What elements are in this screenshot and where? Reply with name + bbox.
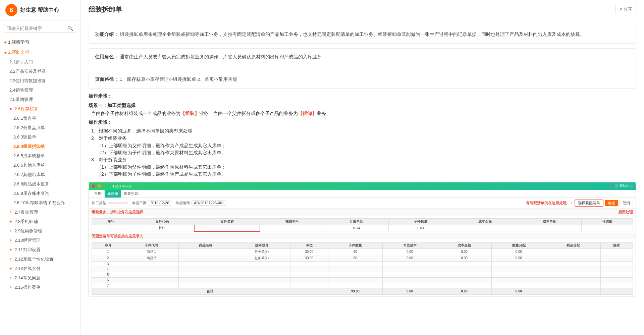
sc-nav-new: 新建单 (105, 190, 121, 198)
step2: 2、对于组装业务 (91, 135, 636, 142)
sc-date-field: 2019-12-26 (148, 200, 171, 206)
sc-th-unit-cost: 成本单价 (517, 218, 582, 225)
page-title: 组装拆卸单 (89, 5, 122, 14)
role-block: 使用角色： 通常由生产人员或库管人员完成拆装业务的操作，库管人员确认原材料的出库… (89, 48, 636, 66)
intro-text: 组装拆卸单用来处理企业组装或拆卸等加工业务，支持有固定装配清单的产品加工业务，也… (120, 32, 585, 37)
main-content: 功能介绍： 组装拆卸单用来处理企业组装或拆卸等加工业务，支持有固定装配清单的产品… (80, 19, 644, 335)
sc-select-list-btn[interactable]: 选择装配清单 (575, 200, 603, 207)
screenshot-fields: 加工类型 单据日期 2019-12-26 单据编号 AD-20191226-00… (89, 198, 636, 209)
scenario1-steps-title: 操作步骤： (89, 119, 636, 125)
sidebar-item-data-prep[interactable]: 2.3使用前数据准备 (0, 76, 80, 86)
sc-type-field (108, 202, 128, 204)
sc-nav-assembly: 组装拆卸 (121, 190, 141, 198)
annotation-enable: 启用处理 (618, 210, 633, 215)
steps-label: 操作步骤： (89, 93, 636, 99)
sc-th-parent-code: 父件代码 (130, 218, 194, 225)
search-icon[interactable]: 🔍 (67, 25, 73, 31)
sc-type-label: 加工类型 (92, 201, 106, 206)
step2-2: （2）下部明细为子件明细，最终作为原材料生成其它出库单。 (97, 150, 636, 156)
sidebar-item-sales[interactable]: 2.4销售管理 (0, 86, 80, 95)
sidebar-item-inventory[interactable]: ● 2.6库存核算 (0, 104, 80, 114)
screenshot-annotation-row: 组装业务、拆卸业务在这里选择 启用处理 (89, 209, 636, 216)
sc-bottom-row-7: 7 (92, 283, 633, 288)
sidebar-item-customize[interactable]: + 2.12系统个性化设置 (0, 255, 80, 264)
sidebar-item-purchase[interactable]: 2.5采购管理 (0, 95, 80, 104)
sc-order-field: AD-20191226-001 (192, 200, 226, 206)
sc-bottom-row-2: 2 商品 2 任务单(+) 30.00 60 0.00 0.00 0.00 (92, 255, 633, 261)
sc-th-adjustable: 可调量 (582, 218, 633, 225)
sidebar-item-stocktake[interactable]: 2.6.1盘点单 (0, 114, 80, 123)
sc-bottom-row-4: 4 (92, 267, 633, 272)
screenshot-nav-icons: 📍 ⚙️ 帮助中心 (609, 184, 633, 188)
screenshot-nav: 自购 新建单 组装拆卸 (89, 190, 636, 198)
sidebar-item-cases[interactable]: + 2.15操作案例 (0, 283, 80, 292)
sidebar-item-operation[interactable]: + 2.10经营管理 (0, 236, 80, 245)
screenshot-top-table: 序号 父件代码 父件名称 规格型号 计量单位 子件数量 成本金额 成本单价 可调… (89, 216, 636, 233)
sidebar: 6 好生意 帮助中心 🔍 + 1.视频学习 ● 2.帮助文档 2.1新手入门 2… (0, 0, 80, 335)
steps-section: 操作步骤： 场景一：加工类型选择 当由多个子件材料组装成一个成品的业务为【组装】… (89, 93, 636, 177)
sidebar-item-faq[interactable]: + 2.14常见问题 (0, 273, 80, 283)
sidebar-item-beginner[interactable]: 2.1新手入门 (0, 57, 80, 67)
sidebar-item-help-docs[interactable]: ● 2.帮助文档 (0, 47, 80, 57)
screenshot-bottom-table: 序号 子件代码 商品名称 规格型号 单位 子件数量 单位成本 成本金额 数量分配… (89, 239, 636, 296)
step3-1: （1）上部明细为父件明细，最终作为原材料生成其它出库单； (97, 164, 636, 170)
sidebar-item-finance[interactable]: + 2.7资金管理 (0, 208, 80, 217)
sidebar-item-video-learning[interactable]: + 1.视频学习 (0, 37, 80, 47)
sidebar-item-print[interactable]: + 2.11打印设置 (0, 245, 80, 255)
annotation-assembly-list: 有装配清单的在这里处理 (526, 201, 567, 206)
screenshot-id: TEST-H002 (112, 184, 131, 188)
sidebar-item-other-outstock[interactable]: 2.6.7其他出库单 (0, 170, 80, 179)
sc-top-row-1: 1 耗件 10+4 10+4 (92, 225, 633, 231)
sc-bottom-table: 序号 子件代码 商品名称 规格型号 单位 子件数量 单位成本 成本金额 数量分配… (92, 242, 633, 295)
path-label: 页面路径： (95, 77, 118, 82)
sc-footer-row: 合计 99.00 0.00 0.00 0.00 (92, 288, 633, 294)
sidebar-item-other-instock[interactable]: 2.6.6其他入库单 (0, 161, 80, 170)
sidebar-item-install[interactable]: 2.2产品安装及登录 (0, 67, 80, 76)
app-name: 好生意 帮助中心 (20, 7, 59, 14)
sc-bottom-row-5: 5 (92, 272, 633, 277)
sidebar-nav: + 1.视频学习 ● 2.帮助文档 2.1新手入门 2.2产品安装及登录 2.3… (0, 36, 80, 335)
sidebar-item-cost-adjust[interactable]: 2.6.5成本调整单 (0, 151, 80, 161)
sc-cancel-btn[interactable]: 取消 (620, 200, 633, 206)
step3-2: （2）下部明细为子件明细，最终作为产成品生成其它入库单。 (97, 171, 636, 177)
sidebar-item-online-payment[interactable]: + 2.13在线支付 (0, 264, 80, 273)
sc-order-label: 单据编号 (175, 201, 190, 206)
step1: 1、根据不同的业务，选择不同单据的类型来处理 (91, 128, 636, 134)
role-label: 使用角色： (95, 54, 118, 59)
role-text: 通常由生产人员或库管人员完成拆装业务的操作，库管人员确认原材料的出库和产成品的入… (120, 54, 322, 59)
screenshot-annotation-bottom: 无固定清单可以直接在这里录入 (89, 233, 636, 239)
share-icon: ↗ (619, 7, 622, 12)
screenshot: TEST-H002 📍 ⚙️ 帮助中心 自购 新建单 组装拆卸 加工类型 单据日… (89, 182, 636, 296)
screenshot-titlebar: TEST-H002 📍 ⚙️ 帮助中心 (89, 182, 636, 190)
sidebar-item-partial-stocktake[interactable]: 2.6.2分量盘点单 (0, 123, 80, 132)
scenario1-title: 场景一：加工类型选择 (89, 103, 636, 109)
intro-label: 功能介绍： (95, 32, 118, 37)
sc-th-seq: 序号 (92, 218, 130, 225)
sidebar-item-cost-recalc[interactable]: 2.6.8商品成本重算 (0, 179, 80, 189)
sc-date-label: 单据日期 (132, 201, 147, 206)
sidebar-item-inventory-ledger[interactable]: 2.6.9库存账本查询 (0, 189, 80, 198)
sc-th-qty: 子件数量 (388, 218, 453, 225)
sidebar-item-mobile[interactable]: + 2.8手机旺铺 (0, 217, 80, 226)
sidebar-header: 6 好生意 帮助中心 (0, 0, 80, 20)
share-button[interactable]: ↗ 分享 (615, 5, 636, 14)
app-logo: 6 (5, 4, 17, 16)
sc-th-cost: 成本金额 (453, 218, 517, 225)
expand-icon: + (4, 40, 7, 45)
intro-block: 功能介绍： 组装拆卸单用来处理企业组装或拆卸等加工业务，支持有固定装配清单的产品… (89, 26, 636, 44)
search-bar[interactable]: 🔍 (4, 24, 76, 33)
collapse-icon-inventory: ● (9, 106, 12, 111)
sc-th-spec: 规格型号 (260, 218, 324, 225)
sidebar-item-assembly[interactable]: 2.6.4组装拆卸单 (0, 142, 80, 151)
sc-bottom-row-6: 6 (92, 277, 633, 283)
sc-confirm-btn[interactable]: 确定 (605, 200, 618, 206)
annotation-arrow1: → (568, 200, 573, 206)
sidebar-item-transfer[interactable]: 2.6.3调拨单 (0, 132, 80, 142)
step2-1: （1）上部明细为父件明细，最终作为产成品生成其它入库单； (97, 143, 636, 149)
search-input[interactable] (7, 26, 67, 31)
scenario1-desc: 当由多个子件材料组装成一个成品的业务为【组装】业务，当由一个父件拆分成多个子产品… (91, 111, 636, 117)
sidebar-item-inventory-error[interactable]: 2.6.10库存账本错了怎么办 (0, 198, 80, 208)
sidebar-item-coupon[interactable]: + 2.9优惠券管理 (0, 226, 80, 236)
sc-th-parent-name: 父件名称 (194, 218, 260, 225)
main-header: 组装拆卸单 ↗ 分享 (80, 0, 644, 19)
